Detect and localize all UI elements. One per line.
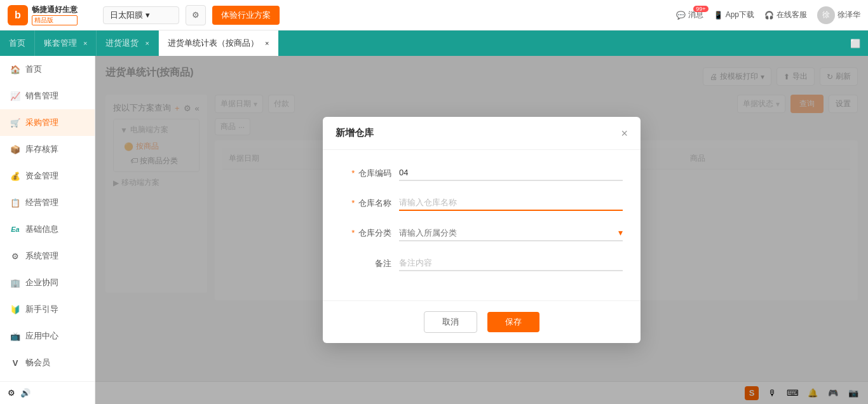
modal-title: 新增仓库	[336, 127, 374, 139]
sidebar-item-operations-label: 经营管理	[25, 197, 58, 208]
tab-purchase-stat-close[interactable]: ×	[265, 39, 269, 47]
store-selector[interactable]: 日太阳膜 ▾	[103, 6, 179, 24]
inventory-icon: 📦	[10, 144, 20, 154]
modal-footer: 取消 保存	[323, 300, 641, 343]
tab-purchase-stat[interactable]: 进货单统计表（按商品） ×	[159, 30, 278, 56]
username: 徐泽华	[837, 10, 860, 20]
save-button[interactable]: 保存	[487, 312, 539, 332]
store-name: 日太阳膜	[110, 10, 143, 21]
sidebar-item-operations[interactable]: 📋 经营管理	[0, 189, 95, 216]
sidebar-item-sales-label: 销售管理	[25, 90, 58, 102]
sidebar-volume-icon[interactable]: 🔊	[20, 388, 31, 398]
home-icon: 🏠	[10, 64, 20, 74]
form-row-name: * 仓库名称	[341, 195, 623, 211]
topbar-right: 💬 消息 99+ 📱 App下载 🎧 在线客服 徐 徐泽华	[676, 6, 860, 24]
online-service-label: 在线客服	[776, 10, 807, 20]
sidebar-item-finance-label: 资金管理	[25, 170, 58, 182]
tabbar: 首页 账套管理 × 进货退货 × 进货单统计表（按商品） × ⬜	[0, 30, 868, 56]
sidebar-item-appcenter[interactable]: 📺 应用中心	[0, 323, 95, 349]
online-service-nav[interactable]: 🎧 在线客服	[764, 10, 807, 20]
vip-icon: V	[10, 358, 20, 368]
phone-icon: 📱	[714, 11, 723, 20]
purchase-icon: 🛒	[10, 118, 20, 128]
form-row-note: 备注	[341, 255, 623, 271]
sidebar-item-enterprise-label: 企业协同	[25, 277, 58, 288]
basic-icon: Ea	[10, 224, 20, 234]
tab-purchase-stat-label: 进货单统计表（按商品）	[168, 37, 259, 49]
tab-account-label: 账套管理	[44, 37, 77, 49]
gear-icon: ⚙	[192, 10, 200, 20]
avatar: 徐	[817, 6, 835, 24]
message-icon: 💬	[676, 11, 686, 20]
sidebar-item-inventory[interactable]: 📦 库存核算	[0, 136, 95, 163]
modal-body: * 仓库编码 * 仓库名称	[323, 150, 641, 300]
modal-backdrop: 新增仓库 × * 仓库编码	[95, 56, 868, 404]
guide-icon: 🔰	[10, 304, 20, 314]
tab-purchase-return-close[interactable]: ×	[145, 39, 149, 47]
user-profile[interactable]: 徐 徐泽华	[817, 6, 860, 24]
main-layout: 🏠 首页 📈 销售管理 🛒 采购管理 📦 库存核算 💰 资金管理 📋 经营管理 …	[0, 56, 868, 404]
tab-purchase-return[interactable]: 进货退货 ×	[97, 30, 158, 56]
content-area: 进货单统计(按商品) 🖨 按模板打印 ▾ ⬆ 导出 ↻ 刷新	[95, 56, 868, 404]
messages-nav[interactable]: 💬 消息 99+	[676, 10, 703, 20]
enterprise-icon: 🏢	[10, 278, 20, 288]
warehouse-note-input[interactable]	[399, 255, 623, 271]
sidebar-item-vip-label: 畅会员	[25, 357, 50, 368]
headset-icon: 🎧	[764, 11, 774, 20]
app-download-nav[interactable]: 📱 App下载	[714, 10, 754, 20]
tab-account[interactable]: 账套管理 ×	[35, 30, 97, 56]
modal-close-button[interactable]: ×	[621, 128, 628, 139]
sidebar-item-vip[interactable]: V 畅会员	[0, 349, 95, 376]
sidebar: 🏠 首页 📈 销售管理 🛒 采购管理 📦 库存核算 💰 资金管理 📋 经营管理 …	[0, 56, 95, 404]
sidebar-settings-icon[interactable]: ⚙	[8, 388, 15, 398]
tab-purchase-return-label: 进货退货	[105, 37, 139, 49]
trial-button[interactable]: 体验行业方案	[212, 6, 280, 25]
category-dropdown-icon: ▾	[618, 227, 623, 238]
sidebar-item-finance[interactable]: 💰 资金管理	[0, 163, 95, 189]
sidebar-item-basic[interactable]: Ea 基础信息	[0, 216, 95, 243]
tab-home-label: 首页	[9, 37, 25, 49]
tab-home[interactable]: 首页	[0, 30, 35, 56]
sidebar-item-basic-label: 基础信息	[25, 224, 58, 235]
warehouse-code-input[interactable]	[399, 165, 623, 181]
expand-icon: ⬜	[850, 39, 860, 48]
category-select-wrapper[interactable]: ▾	[399, 225, 623, 241]
logo-text: 畅捷通好生意 精品版	[32, 4, 78, 25]
form-row-code: * 仓库编码	[341, 165, 623, 181]
system-icon: ⚙	[10, 251, 20, 261]
logo-icon: b	[8, 5, 28, 25]
cancel-button[interactable]: 取消	[424, 311, 477, 333]
finance-icon: 💰	[10, 171, 20, 181]
modal-header: 新增仓库 ×	[323, 117, 641, 150]
note-label: 备注	[341, 258, 391, 269]
sidebar-item-enterprise[interactable]: 🏢 企业协同	[0, 269, 95, 296]
sidebar-item-system-label: 系统管理	[25, 250, 58, 262]
sidebar-item-guide[interactable]: 🔰 新手引导	[0, 296, 95, 323]
sidebar-item-purchase-label: 采购管理	[25, 117, 58, 128]
form-row-category: * 仓库分类 ▾	[341, 225, 623, 241]
sidebar-item-home-label: 首页	[25, 64, 42, 75]
sidebar-item-sales[interactable]: 📈 销售管理	[0, 83, 95, 109]
message-badge: 99+	[693, 6, 708, 12]
sidebar-item-guide-label: 新手引导	[25, 304, 58, 315]
warehouse-name-input[interactable]	[399, 195, 623, 211]
logo-area: b 畅捷通好生意 精品版	[8, 4, 97, 25]
code-label: * 仓库编码	[341, 168, 391, 179]
operations-icon: 📋	[10, 198, 20, 208]
warehouse-category-input[interactable]	[399, 228, 618, 238]
app-download-label: App下载	[726, 10, 754, 20]
sales-icon: 📈	[10, 91, 20, 101]
sidebar-item-appcenter-label: 应用中心	[25, 330, 58, 342]
chevron-down-icon: ▾	[146, 10, 150, 20]
category-label: * 仓库分类	[341, 227, 391, 239]
name-label: * 仓库名称	[341, 198, 391, 209]
sidebar-item-inventory-label: 库存核算	[25, 144, 58, 155]
sidebar-item-purchase[interactable]: 🛒 采购管理	[0, 109, 95, 136]
settings-button[interactable]: ⚙	[186, 5, 206, 25]
sidebar-bottom: ⚙ 🔊	[0, 381, 95, 404]
sidebar-item-home[interactable]: 🏠 首页	[0, 56, 95, 83]
sidebar-item-system[interactable]: ⚙ 系统管理	[0, 243, 95, 269]
appcenter-icon: 📺	[10, 331, 20, 341]
tab-account-close[interactable]: ×	[83, 39, 87, 47]
tab-expand-button[interactable]: ⬜	[843, 30, 868, 56]
